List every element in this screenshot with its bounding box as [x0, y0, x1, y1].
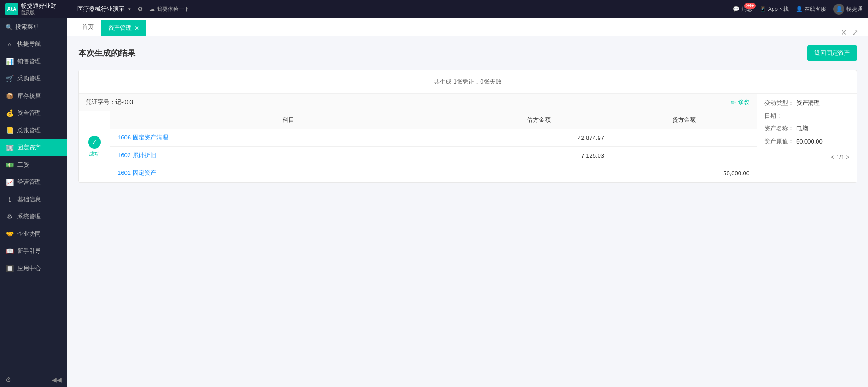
logo-abbr: AtA — [7, 6, 16, 12]
edit-voucher-button[interactable]: ✏ 修改 — [731, 98, 749, 106]
edit-label: 修改 — [738, 98, 749, 106]
date-label: 日期： — [764, 112, 796, 120]
back-to-fixed-assets-button[interactable]: 返回固定资产 — [807, 45, 857, 61]
header-middle: 医疗器械行业演示 ▾ ⚙ ☁ 我要体验一下 — [73, 5, 733, 14]
credit-cell: 50,000.00 — [611, 164, 757, 182]
success-col: ✓ 成功 — [79, 111, 110, 182]
fixed-assets-label: 固定资产 — [17, 144, 41, 152]
experience-button[interactable]: ☁ 我要体验一下 — [149, 5, 189, 13]
tab-close-icon[interactable]: ✕ — [134, 25, 139, 31]
sidebar-item-general-ledger[interactable]: 📒 总账管理 — [0, 122, 67, 139]
debit-cell: 42,874.97 — [466, 129, 611, 147]
page-content: ✕ ⤢ 本次生成的结果 返回固定资产 共生成 1张凭证，0张失败 凭证字号：记-… — [67, 36, 868, 387]
logo-icon: AtA — [5, 3, 18, 15]
fixed-assets-icon: 🏢 — [5, 144, 14, 152]
inventory-label: 库存核算 — [17, 92, 41, 100]
sales-icon: 📊 — [5, 57, 14, 65]
operation-label: 经营管理 — [17, 178, 41, 186]
finance-label: 资金管理 — [17, 109, 41, 117]
close-window-button[interactable]: ✕ — [840, 36, 848, 38]
search-label: 搜索菜单 — [15, 23, 39, 31]
sidebar-collapse-icon[interactable]: ◀◀ — [52, 376, 62, 383]
user-menu[interactable]: 👤 畅捷通 — [833, 4, 863, 15]
company-dropdown-icon[interactable]: ▾ — [128, 6, 131, 12]
page-title: 本次生成的结果 — [78, 48, 135, 59]
logo-area: AtA 畅捷通好业财 普及版 — [5, 2, 73, 16]
experience-label: 我要体验一下 — [157, 5, 189, 13]
debit-cell — [466, 164, 611, 182]
quick-nav-icon: ⌂ — [5, 40, 14, 48]
pagination[interactable]: < 1/1 > — [764, 150, 849, 164]
company-settings-button[interactable]: ⚙ — [134, 5, 146, 14]
sidebar-item-fixed-assets[interactable]: 🏢 固定资产 — [0, 139, 67, 156]
app-center-label: 应用中心 — [17, 264, 41, 273]
inventory-icon: 📦 — [5, 92, 14, 100]
tab-home[interactable]: 首页 — [74, 18, 101, 36]
purchase-label: 采购管理 — [17, 74, 41, 83]
col-credit: 贷方金额 — [611, 111, 757, 129]
change-type-value: 资产清理 — [796, 99, 820, 107]
online-service-icon: 👤 — [796, 6, 803, 12]
sidebar-item-system[interactable]: ⚙ 系统管理 — [0, 208, 67, 225]
experience-icon: ☁ — [149, 6, 155, 12]
tab-asset-management[interactable]: 资产管理 ✕ — [101, 20, 146, 36]
basic-info-icon: ℹ — [5, 195, 14, 203]
app-download-button[interactable]: 📱 App下载 — [759, 5, 789, 13]
purchase-icon: 🛒 — [5, 74, 14, 83]
result-panel: 共生成 1张凭证，0张失败 凭证字号：记-003 ✏ 修改 — [78, 70, 857, 183]
table-row: 1606 固定资产清理 42,874.97 — [110, 129, 757, 147]
voucher-section: 凭证字号：记-003 ✏ 修改 ✓ 成功 — [79, 94, 857, 182]
message-button[interactable]: 💬 消息 99+ — [733, 5, 752, 13]
asset-name-value: 电脑 — [796, 124, 808, 133]
sidebar-item-basic-info[interactable]: ℹ 基础信息 — [0, 191, 67, 208]
basic-info-label: 基础信息 — [17, 195, 41, 203]
table-row: 1602 累计折旧 7,125.03 — [110, 147, 757, 164]
message-badge: 99+ — [744, 3, 756, 9]
sidebar-item-inventory[interactable]: 📦 库存核算 — [0, 87, 67, 104]
online-service-button[interactable]: 👤 在线客服 — [796, 5, 826, 13]
tab-asset-label: 资产管理 — [108, 24, 132, 32]
guide-icon: 📖 — [5, 247, 14, 255]
credit-cell — [611, 129, 757, 147]
voucher-row-wrapper: ✓ 成功 科目 借方金额 贷方金额 — [79, 111, 757, 182]
voucher-side-panel: 变动类型： 资产清理 日期： 资产名称： 电脑 资产原值： — [757, 94, 857, 182]
sidebar-item-quick-nav[interactable]: ⌂ 快捷导航 — [0, 35, 67, 53]
voucher-table: 科目 借方金额 贷方金额 1606 固定资产清理 42,874.97 1602 … — [110, 111, 757, 182]
col-subject: 科目 — [110, 111, 466, 129]
enterprise-label: 企业协同 — [17, 230, 41, 238]
finance-icon: 💰 — [5, 109, 14, 117]
subject-cell[interactable]: 1606 固定资产清理 — [110, 129, 466, 147]
sales-label: 销售管理 — [17, 57, 41, 65]
sidebar-item-payroll[interactable]: 💵 工资 — [0, 156, 67, 174]
edit-icon: ✏ — [731, 99, 736, 106]
enterprise-icon: 🤝 — [5, 230, 14, 238]
top-header: AtA 畅捷通好业财 普及版 医疗器械行业演示 ▾ ⚙ ☁ 我要体验一下 💬 消… — [0, 0, 868, 18]
asset-name-label: 资产名称： — [764, 124, 796, 133]
sidebar-item-enterprise[interactable]: 🤝 企业协同 — [0, 225, 67, 243]
app-name: 畅捷通好业财 — [21, 2, 56, 10]
sidebar-item-operation[interactable]: 📈 经营管理 — [0, 174, 67, 191]
general-ledger-icon: 📒 — [5, 126, 14, 134]
voucher-number: 凭证字号：记-003 — [86, 98, 133, 106]
subject-cell[interactable]: 1601 固定资产 — [110, 164, 466, 182]
app-download-icon: 📱 — [759, 6, 766, 12]
sidebar-item-purchase[interactable]: 🛒 采购管理 — [0, 70, 67, 87]
table-row: 1601 固定资产 50,000.00 — [110, 164, 757, 182]
main-layout: 🔍 搜索菜单 ⌂ 快捷导航 📊 销售管理 🛒 采购管理 📦 库存核算 💰 资金管… — [0, 18, 868, 387]
tab-home-label: 首页 — [82, 23, 94, 31]
sidebar-item-app-center[interactable]: 🔲 应用中心 — [0, 260, 67, 277]
subject-cell[interactable]: 1602 累计折旧 — [110, 147, 466, 164]
general-ledger-label: 总账管理 — [17, 126, 41, 134]
company-name: 医疗器械行业演示 — [77, 5, 124, 13]
sidebar-search[interactable]: 🔍 搜索菜单 — [0, 18, 67, 35]
sidebar-item-sales[interactable]: 📊 销售管理 — [0, 53, 67, 70]
header-right: 💬 消息 99+ 📱 App下载 👤 在线客服 👤 畅捷通 — [733, 4, 863, 15]
message-icon: 💬 — [733, 6, 739, 12]
logo-text-block: 畅捷通好业财 普及版 — [21, 2, 56, 16]
expand-window-button[interactable]: ⤢ — [851, 36, 859, 38]
sidebar-item-finance[interactable]: 💰 资金管理 — [0, 104, 67, 122]
tab-bar: 首页 资产管理 ✕ — [67, 18, 868, 36]
settings-bottom-icon[interactable]: ⚙ — [5, 376, 11, 383]
sidebar-item-guide[interactable]: 📖 新手引导 — [0, 243, 67, 260]
sidebar-nav: ⌂ 快捷导航 📊 销售管理 🛒 采购管理 📦 库存核算 💰 资金管理 📒 总账管… — [0, 35, 67, 277]
